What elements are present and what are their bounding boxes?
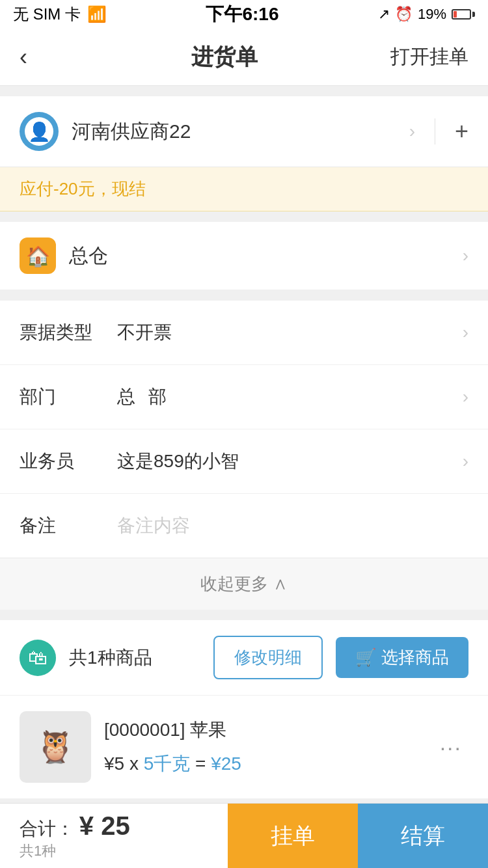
status-left: 无 SIM 卡 📶 — [13, 4, 107, 25]
select-goods-label: 选择商品 — [381, 646, 449, 669]
remark-label: 备注 — [20, 513, 111, 538]
wifi-icon: 📶 — [87, 5, 107, 23]
invoice-value: 不开票 — [111, 320, 463, 345]
department-value: 总 部 — [111, 385, 463, 409]
warehouse-icon: 🏠 — [26, 245, 50, 267]
total-count: 共1种 — [20, 841, 208, 861]
bottom-bar: 合计： ¥ 25 共1种 挂单 结算 — [0, 803, 488, 868]
invoice-label: 票据类型 — [20, 320, 111, 345]
product-item: 🦉 [0000001] 苹果 ¥5 x 5千克 = ¥25 ··· — [0, 695, 488, 798]
battery-indicator — [452, 9, 475, 20]
goods-icon-wrap: 🛍 — [20, 640, 56, 676]
total-label: 合计： — [20, 819, 74, 839]
product-thumbnail: 🦉 — [20, 711, 91, 783]
confirm-button[interactable]: 结算 — [358, 804, 488, 869]
warehouse-section: 🏠 总仓 › — [0, 222, 488, 290]
warehouse-name: 总仓 — [69, 243, 463, 269]
edit-details-button[interactable]: 修改明细 — [213, 636, 323, 679]
invoice-row[interactable]: 票据类型 不开票 › — [0, 300, 488, 364]
unit-price: ¥5 — [104, 753, 124, 774]
remark-placeholder[interactable]: 备注内容 — [111, 513, 468, 538]
product-name: [0000001] 苹果 — [104, 718, 420, 742]
salesperson-value: 这是859的小智 — [111, 449, 463, 474]
chevron-right-icon: › — [409, 121, 415, 142]
goods-header: 🛍 共1种商品 修改明细 🛒 选择商品 — [0, 610, 488, 695]
goods-bag-icon: 🛍 — [28, 647, 47, 669]
more-options-button[interactable]: ··· — [433, 728, 468, 766]
total-section: 合计： ¥ 25 共1种 — [0, 811, 228, 861]
goods-count-label: 共1种商品 — [69, 645, 200, 670]
add-icon[interactable]: + — [455, 118, 468, 145]
supplier-avatar: 👤 — [20, 112, 59, 151]
department-row[interactable]: 部门 总 部 › — [0, 364, 488, 429]
divider-3 — [0, 290, 488, 300]
product-thumb-icon: 🦉 — [36, 729, 75, 765]
nav-bar: ‹ 进货单 打开挂单 — [0, 29, 488, 86]
department-label: 部门 — [20, 385, 111, 409]
salesperson-label: 业务员 — [20, 449, 111, 474]
divider-2 — [0, 211, 488, 222]
warehouse-icon-wrap: 🏠 — [20, 237, 56, 274]
location-icon: ↗ — [378, 6, 390, 23]
product-total: ¥25 — [211, 753, 241, 774]
product-code: [0000001] — [104, 720, 185, 740]
price-separator: x — [129, 753, 144, 774]
alarm-icon: ⏰ — [395, 6, 413, 23]
warehouse-chevron-icon: › — [463, 245, 468, 266]
back-button[interactable]: ‹ — [20, 44, 59, 71]
quantity: 5千克 — [144, 753, 191, 774]
battery-percent: 19% — [418, 6, 446, 23]
remark-row[interactable]: 备注 备注内容 — [0, 493, 488, 558]
open-pending-button[interactable]: 打开挂单 — [390, 44, 468, 70]
supplier-row[interactable]: 👤 河南供应商22 › + — [0, 96, 488, 167]
warehouse-row[interactable]: 🏠 总仓 › — [0, 222, 488, 290]
department-chevron-icon: › — [463, 387, 468, 407]
product-title: 苹果 — [190, 720, 226, 740]
vertical-divider — [435, 118, 435, 144]
pending-button[interactable]: 挂单 — [228, 804, 358, 869]
carrier-label: 无 SIM 卡 — [13, 4, 81, 25]
product-price: ¥5 x 5千克 = ¥25 — [104, 752, 420, 776]
page-title: 进货单 — [191, 42, 258, 72]
status-bar: 无 SIM 卡 📶 下午6:16 ↗ ⏰ 19% — [0, 0, 488, 29]
notice-banner: 应付-20元，现结 — [0, 167, 488, 211]
invoice-chevron-icon: › — [463, 322, 468, 343]
equals-sign: = — [195, 753, 211, 774]
select-goods-button[interactable]: 🛒 选择商品 — [336, 637, 468, 678]
salesperson-row[interactable]: 业务员 这是859的小智 › — [0, 429, 488, 493]
total-row: 合计： ¥ 25 — [20, 811, 208, 841]
status-right: ↗ ⏰ 19% — [378, 6, 475, 23]
form-section: 票据类型 不开票 › 部门 总 部 › 业务员 这是859的小智 › 备注 备注… — [0, 300, 488, 558]
divider-1 — [0, 86, 488, 96]
cart-icon: 🛒 — [355, 647, 376, 668]
supplier-name: 河南供应商22 — [72, 118, 409, 145]
collapse-button[interactable]: 收起更多 ∧ — [0, 558, 488, 610]
total-amount: ¥ 25 — [79, 811, 130, 840]
supplier-actions: › + — [409, 118, 468, 145]
status-time: 下午6:16 — [206, 2, 278, 27]
person-icon: 👤 — [28, 121, 51, 142]
salesperson-chevron-icon: › — [463, 451, 468, 472]
supplier-section: 👤 河南供应商22 › + 应付-20元，现结 — [0, 96, 488, 211]
product-info: [0000001] 苹果 ¥5 x 5千克 = ¥25 — [104, 718, 420, 776]
